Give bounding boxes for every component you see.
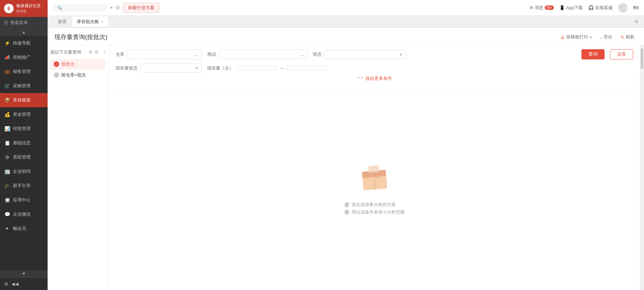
print-dropdown-icon[interactable]: ▾: [590, 35, 592, 40]
scheme-name: 按仓库+批次: [61, 72, 86, 78]
scheme-item-warehouse-batch[interactable]: ○ 按仓库+批次: [50, 70, 106, 80]
sidebar-item-quicknav[interactable]: ⚡ 快捷导航: [0, 36, 48, 50]
headset-icon: 🎧: [588, 5, 594, 10]
dropdown-icon[interactable]: ▾: [110, 5, 113, 10]
purchase-icon: 🛒: [4, 83, 10, 89]
collapse-more-btn[interactable]: ⌃⌃ 收起更多条件: [116, 73, 633, 84]
search-menu-item[interactable]: ☰ 搜索菜单: [0, 17, 48, 29]
app-download-action[interactable]: 📱 App下载: [559, 5, 583, 11]
tip-text-2: 用过滤条件来缩小分析范围: [352, 209, 405, 215]
status-select[interactable]: ▾: [324, 50, 406, 59]
sidebar-item-label: 应用中心: [13, 197, 31, 203]
sidebar-item-label: 基础信息: [13, 140, 31, 146]
scheme-settings-btn[interactable]: ⚙: [95, 49, 99, 55]
sidebar-scroll-up[interactable]: ▲: [0, 29, 48, 36]
sidebar-nav: ⚡ 快捷导航 📣 营销推广 💼 销售管理 🛒 采购管理 📦 库存核算 💰 资金管…: [0, 36, 48, 270]
query-button[interactable]: 查询: [581, 49, 605, 59]
sales-icon: 💼: [4, 69, 10, 75]
collapse-panel-btn[interactable]: 《: [101, 49, 106, 55]
sidebar-item-appcenter[interactable]: 🔲 应用中心: [0, 193, 48, 207]
empty-illustration: [357, 162, 391, 196]
sidebar-item-enterprise[interactable]: 🏢 企业协同: [0, 164, 48, 179]
product-filter: 商品 ...: [207, 50, 307, 59]
sidebar-item-finance[interactable]: 💰 资金管理: [0, 107, 48, 122]
sidebar-item-basic[interactable]: 📋 基础信息: [0, 136, 48, 150]
filter-row-1: 仓库 ... 商品 ...: [116, 49, 633, 59]
message-badge: 99+: [545, 5, 554, 10]
refresh-btn[interactable]: ↻ 刷新: [618, 33, 637, 41]
sidebar-item-system[interactable]: ⚙ 系统管理: [0, 150, 48, 164]
sidebar-item-marketing[interactable]: 📣 营销推广: [0, 50, 48, 65]
stock-status-dropdown-icon: ▾: [196, 66, 198, 71]
warehouse-label: 仓库: [116, 51, 124, 57]
collapse-icon: ⌃⌃: [357, 76, 364, 81]
sidebar-item-operations[interactable]: 📊 经营管理: [0, 122, 48, 136]
empty-state: 1 请先选择要分析的方案 2 用过滤条件来缩小分析范围: [109, 89, 640, 290]
warehouse-more-btn[interactable]: ...: [194, 52, 198, 57]
message-action[interactable]: ✉ 消息 99+: [529, 5, 554, 11]
scheme-item-batch[interactable]: ✓ 按批次: [50, 59, 106, 70]
online-service-label: 在线客服: [595, 5, 613, 11]
experience-btn[interactable]: 体验行业方案: [123, 3, 159, 13]
filter-row-2: 现存量状态 ▾ 现存量（主） —: [116, 64, 633, 73]
stock-qty-min[interactable]: [236, 66, 277, 70]
member-icon: ✦: [4, 225, 10, 232]
settings-footer-btn[interactable]: ⚙: [4, 281, 9, 287]
refresh-label: 刷新: [626, 34, 634, 40]
export-btn[interactable]: ↓ 导出: [597, 33, 615, 41]
sidebar-item-label: 企业协同: [13, 168, 31, 175]
left-panel-header: 按以下方案查询 ⊕ ⚙ 《: [50, 49, 106, 55]
online-service-action[interactable]: 🎧 在线客服: [588, 5, 613, 11]
marketing-icon: 📣: [4, 54, 10, 60]
tab-home[interactable]: 首页: [53, 17, 71, 27]
settings-button[interactable]: 设置: [610, 49, 633, 59]
sidebar-item-purchase[interactable]: 🛒 采购管理: [0, 79, 48, 93]
topbar-right: ✉ 消息 99+ 📱 App下载 🎧 在线客服 Rit: [529, 3, 639, 13]
sidebar-item-inventory[interactable]: 📦 库存核算: [0, 93, 48, 107]
topbar-search[interactable]: 🔍: [53, 4, 107, 12]
sidebar-item-member[interactable]: ✦ 畅会员: [0, 221, 48, 236]
tab-close-btn[interactable]: ×: [101, 19, 103, 24]
sidebar-item-label: 畅会员: [13, 225, 26, 232]
add-scheme-btn[interactable]: ⊕: [88, 49, 92, 55]
stock-qty-filter: 现存量（主） —: [207, 65, 328, 71]
print-btn[interactable]: 🖨 按模板打印 ▾: [558, 33, 595, 41]
print-icon: 🖨: [560, 35, 565, 40]
sidebar-item-newuser[interactable]: 🎓 新手引导: [0, 179, 48, 193]
stock-qty-max[interactable]: [287, 66, 328, 70]
product-input[interactable]: ...: [219, 50, 307, 59]
search-icon: ☰: [4, 20, 8, 25]
main-area: 🔍 ▾ ⚙ 体验行业方案 ✉ 消息 99+ 📱 App下载 🎧 在线客服 Rit: [48, 0, 644, 290]
product-more-btn[interactable]: ...: [300, 52, 304, 57]
sidebar-scroll-down[interactable]: ▼: [0, 270, 48, 277]
stock-qty-label: 现存量（主）: [207, 65, 234, 71]
toggle-sidebar-btn[interactable]: ◀◀: [11, 281, 19, 287]
right-content: 仓库 ... 商品 ...: [109, 45, 640, 290]
app-edition: 标准版: [16, 9, 41, 14]
wechat-icon: 💬: [4, 211, 10, 217]
tab-inventory-batch-label: 库存批次账: [77, 19, 99, 25]
tabbar-close-all-btn[interactable]: ✕: [634, 18, 639, 25]
newuser-icon: 🎓: [4, 183, 10, 189]
settings-icon[interactable]: ⚙: [115, 4, 120, 11]
print-label: 按模板打印: [566, 34, 588, 40]
sidebar-item-label: 快捷导航: [13, 40, 31, 46]
sidebar-item-label: 系统管理: [13, 154, 31, 160]
search-icon: 🔍: [57, 5, 62, 10]
user-avatar[interactable]: [618, 3, 628, 13]
scrollbar-right[interactable]: [640, 45, 644, 290]
stock-status-select[interactable]: ▾: [140, 64, 202, 73]
sidebar-item-wechat[interactable]: 💬 企业微信: [0, 207, 48, 221]
scheme-dot-inactive: ○: [54, 72, 59, 78]
empty-tip-2: 2 用过滤条件来缩小分析范围: [344, 209, 405, 215]
operations-icon: 📊: [4, 126, 10, 132]
stock-status-filter: 现存量状态 ▾: [116, 64, 202, 73]
tab-inventory-batch[interactable]: 库存批次账 ×: [72, 17, 108, 27]
sidebar: 6 畅康通好生意 标准版 ☰ 搜索菜单 ▲ ⚡ 快捷导航 📣 营销推广 💼 销售…: [0, 0, 48, 290]
warehouse-filter: 仓库 ...: [116, 50, 202, 59]
topbar-left: 🔍 ▾ ⚙ 体验行业方案: [53, 3, 525, 13]
app-name: 畅康通好生意: [16, 3, 41, 9]
sidebar-item-sales[interactable]: 💼 销售管理: [0, 65, 48, 79]
status-label: 状态: [313, 51, 322, 57]
warehouse-input[interactable]: ...: [127, 50, 202, 59]
